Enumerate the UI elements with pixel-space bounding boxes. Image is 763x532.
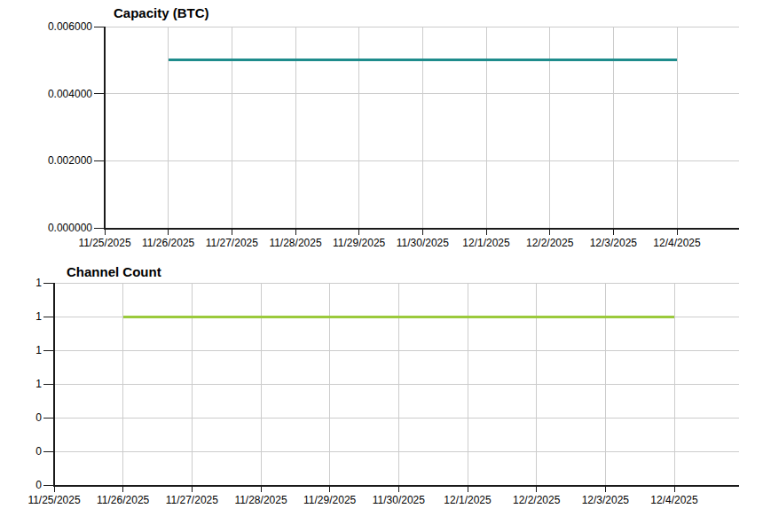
v-gridline bbox=[468, 283, 468, 485]
x-axis-tick bbox=[536, 487, 537, 492]
y-axis-tick bbox=[43, 485, 53, 486]
h-gridline bbox=[54, 384, 739, 385]
x-tick-label: 11/25/2025 bbox=[19, 493, 90, 507]
x-axis-tick bbox=[605, 487, 606, 492]
y-axis-tick bbox=[43, 317, 53, 317]
x-tick-label: 11/26/2025 bbox=[88, 493, 159, 507]
v-gridline bbox=[261, 283, 262, 485]
y-tick-label: 0 bbox=[15, 478, 42, 492]
x-axis-tick bbox=[122, 487, 123, 492]
v-gridline bbox=[329, 283, 330, 485]
x-axis-tick bbox=[674, 487, 675, 492]
x-tick-label: 11/30/2025 bbox=[363, 493, 434, 507]
x-tick-label: 11/28/2025 bbox=[225, 493, 296, 507]
v-gridline bbox=[122, 283, 123, 485]
channel-count-chart: Channel Count111100011/25/202511/26/2025… bbox=[0, 0, 763, 532]
x-tick-label: 12/4/2025 bbox=[639, 493, 710, 507]
x-tick-label: 11/27/2025 bbox=[156, 493, 227, 507]
h-gridline bbox=[54, 418, 739, 419]
h-gridline bbox=[54, 350, 739, 351]
chart-title: Channel Count bbox=[67, 264, 161, 279]
y-tick-label: 1 bbox=[15, 309, 42, 324]
v-gridline bbox=[674, 283, 675, 485]
x-tick-label: 12/3/2025 bbox=[570, 493, 641, 507]
y-tick-label: 1 bbox=[15, 343, 42, 357]
v-gridline bbox=[192, 283, 193, 485]
y-axis-tick bbox=[43, 451, 53, 452]
y-axis-tick bbox=[43, 350, 53, 351]
v-gridline bbox=[605, 283, 606, 485]
x-axis-tick bbox=[398, 487, 399, 492]
h-gridline bbox=[54, 283, 739, 284]
x-tick-label: 12/1/2025 bbox=[432, 493, 503, 507]
v-gridline bbox=[398, 283, 399, 485]
y-tick-label: 0 bbox=[15, 444, 42, 458]
charts-canvas: Capacity (BTC)0.0060000.0040000.0020000.… bbox=[0, 0, 763, 532]
y-axis-tick bbox=[43, 283, 53, 284]
x-axis-tick bbox=[54, 487, 55, 492]
y-tick-label: 1 bbox=[15, 377, 42, 391]
y-axis-tick bbox=[43, 384, 53, 385]
x-tick-label: 11/29/2025 bbox=[295, 493, 366, 507]
h-gridline bbox=[54, 451, 739, 452]
x-axis-tick bbox=[468, 487, 468, 492]
x-tick-label: 12/2/2025 bbox=[501, 493, 572, 507]
x-axis-tick bbox=[192, 487, 193, 492]
y-axis-tick bbox=[43, 418, 53, 419]
x-axis-line bbox=[53, 485, 739, 487]
y-tick-label: 0 bbox=[15, 411, 42, 425]
channel_count-series-line bbox=[123, 316, 674, 318]
x-axis-tick bbox=[329, 487, 330, 492]
x-axis-tick bbox=[261, 487, 262, 492]
v-gridline bbox=[536, 283, 537, 485]
y-tick-label: 1 bbox=[15, 276, 42, 290]
y-axis-line bbox=[53, 283, 55, 487]
